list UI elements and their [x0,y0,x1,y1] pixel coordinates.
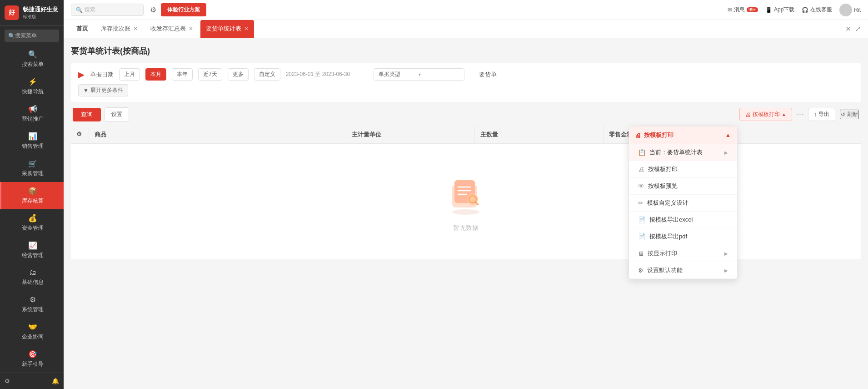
online-service-item[interactable]: 🎧 在线客服 [802,6,832,14]
tab-receipt-summary[interactable]: 收发存汇总表 ✕ [145,20,199,38]
topbar-gear-icon[interactable]: ⚙ [150,5,156,14]
finance-icon: 💰 [28,214,37,222]
set-default-arrow-icon: ▶ [724,268,728,273]
sidebar-item-basic[interactable]: 🗂 基础信息 [0,264,64,291]
dropdown-header[interactable]: 🖨 按模板打印 ▲ [629,126,737,144]
sidebar-item-label: 基础信息 [22,278,44,286]
logo-icon: 好 [5,5,19,20]
logo-text: 畅捷通好生意 标准版 [23,6,58,20]
sidebar-item-marketing[interactable]: 📢 营销推广 [0,100,64,127]
print-template-button[interactable]: 🖨 按模板打印 ▲ [739,108,792,121]
tabbar: 首页 库存批次账 ✕ 收发存汇总表 ✕ 要货单统计表 ✕ ✕ ⤢ [64,20,868,38]
dropdown-template-design[interactable]: ✏ 模板自定义设计 [629,195,737,212]
refresh-icon: ↺ [841,111,845,118]
sidebar-item-label: 经营管理 [22,252,44,259]
basic-icon: 🗂 [29,268,36,277]
message-badge: 99+ [747,7,758,12]
tab-expand-icon[interactable]: ⤢ [855,25,861,33]
print-chevron-up-icon: ▲ [782,112,786,117]
user-avatar[interactable]: Rit [839,4,861,16]
dropdown-template-print[interactable]: 🖨 按模板打印 [629,161,737,178]
dropdown-template-preview[interactable]: 👁 按模板预览 [629,178,737,195]
settings-button[interactable]: 设置 [105,107,129,121]
app-download-item[interactable]: 📱 App下载 [765,6,794,14]
tab-batch-account[interactable]: 库存批次账 ✕ [95,20,143,38]
dropdown-template-export-pdf[interactable]: 📄 按模板导出pdf [629,228,737,245]
app-icon: 📱 [765,7,772,13]
sidebar-item-system[interactable]: ⚙ 系统管理 [0,291,64,318]
sidebar-item-shortcut[interactable]: ⚡ 快捷导航 [0,73,64,100]
sidebar-item-label: 采购管理 [22,170,44,177]
query-button[interactable]: 查询 [73,108,101,121]
sidebar-item-label: 资金管理 [22,224,44,232]
sidebar-item-purchase[interactable]: 🛒 采购管理 [0,155,64,182]
sound-icon[interactable]: 🔔 [52,378,59,384]
main-area: 🔍 搜索 ⚙ 体验行业方案 ✉ 消息 99+ 📱 App下载 🎧 在线客服 Ri… [64,0,868,389]
message-item[interactable]: ✉ 消息 99+ [728,6,758,14]
export-icon: ↑ [814,111,817,118]
page-title: 要货单统计表(按商品) [71,45,861,56]
date-more[interactable]: 更多 [228,68,249,81]
sidebar-item-label: 快捷导航 [22,88,44,96]
filter-collapse-icon[interactable]: ▶ [78,70,85,80]
sidebar-item-operations[interactable]: 📈 经营管理 [0,237,64,264]
th-settings[interactable]: ⚙ [71,126,89,143]
print-template-container: 🖨 按模板打印 ▲ 🖨 按模板打印 ▲ [739,108,792,121]
close-tab-batch-account[interactable]: ✕ [133,25,138,32]
sidebar-item-guide[interactable]: 🎯 新手引导 [0,345,64,373]
tab-home[interactable]: 首页 [71,20,94,38]
shortcut-icon: ⚡ [28,77,37,86]
close-tab-receipt-summary[interactable]: ✕ [189,25,193,32]
date-range-display: 2023-06-01 至 2023-06-30 [286,71,350,78]
sidebar-item-label: 新手引导 [22,360,44,368]
current-template-icon: 📋 [638,149,646,156]
sidebar-bottom: ⚙ 🔔 [0,373,64,389]
expand-more-filters-button[interactable]: ▼ 展开更多条件 [78,84,128,96]
close-tab-order-stats[interactable]: ✕ [244,25,249,32]
sidebar-item-search[interactable]: 🔍 搜索菜单 [0,45,64,73]
sidebar-item-inventory[interactable]: 📦 库存核算 [0,182,64,209]
tab-close-all-icon[interactable]: ✕ [845,25,851,33]
order-type-select[interactable]: 单据类型 ▾ [374,68,464,81]
avatar [839,4,852,16]
date-current-month[interactable]: 本月 [145,68,166,81]
topbar-search-icon: 🔍 [76,7,83,13]
export-pdf-icon: 📄 [638,233,646,240]
settings-icon[interactable]: ⚙ [5,378,10,384]
date-custom[interactable]: 自定义 [254,68,280,81]
dropdown-current-template[interactable]: 📋 当前：要货单统计表 ▶ [629,144,737,161]
refresh-button[interactable]: ↺ 刷新 [840,110,859,119]
tab-order-stats[interactable]: 要货单统计表 ✕ [200,20,254,38]
dropdown-set-default[interactable]: ⚙ 设置默认功能 ▶ [629,262,737,279]
dropdown-template-export-excel[interactable]: 📄 按模板导出excel [629,212,737,228]
empty-state: 暂无数据 [71,144,861,259]
message-icon: ✉ [728,7,732,13]
date-current-year[interactable]: 本年 [172,68,193,81]
sidebar-item-label: 企业协同 [22,333,44,341]
svg-point-0 [452,209,479,215]
goods-label: 要货单 [479,71,497,79]
empty-message: 暂无数据 [453,224,479,232]
export-button[interactable]: ↑ 导出 [808,108,835,121]
sidebar-search[interactable]: 🔍 搜索菜单 [5,30,59,42]
column-settings-icon[interactable]: ⚙ [76,131,82,137]
current-template-arrow-icon: ▶ [724,150,728,155]
display-print-arrow-icon: ▶ [724,251,728,256]
trial-button[interactable]: 体验行业方案 [161,3,206,16]
template-preview-icon: 👁 [638,182,644,190]
date-last-7-days[interactable]: 近7天 [198,68,222,81]
chevron-down-icon: ▼ [83,87,89,94]
sidebar-item-label: 系统管理 [22,306,44,313]
more-options-icon[interactable]: ··· [797,110,803,119]
sidebar-item-collab[interactable]: 🤝 企业协同 [0,318,64,345]
sidebar-item-sales[interactable]: 📊 销售管理 [0,127,64,155]
printer-icon: 🖨 [745,111,751,118]
dropdown-display-print[interactable]: 🖥 按显示打印 ▶ [629,245,737,262]
order-type-label: 单据类型 [379,71,400,78]
sidebar-item-finance[interactable]: 💰 资金管理 [0,209,64,237]
dropdown-close-arrow-icon[interactable]: ▲ [725,132,731,138]
date-prev-month[interactable]: 上月 [119,68,140,81]
sidebar-nav: 🔍 搜索菜单 ⚡ 快捷导航 📢 营销推广 📊 销售管理 🛒 采购管理 📦 库存核… [0,45,64,373]
purchase-icon: 🛒 [28,159,37,168]
topbar-search[interactable]: 🔍 搜索 [71,4,144,16]
